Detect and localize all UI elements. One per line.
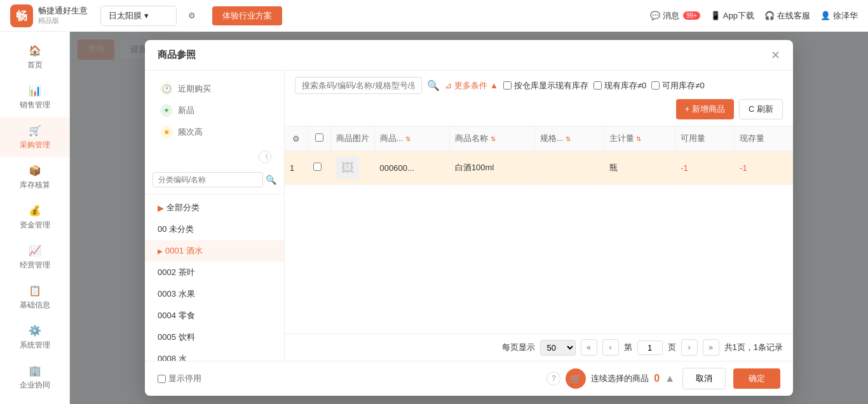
main-layout: 🏠 首页 📊 销售管理 🛒 采购管理 📦 库存核算 💰 资金管理 📈 经营管理 … xyxy=(0,32,868,404)
cat-all-arrow: ▶ xyxy=(158,203,164,213)
refresh-button[interactable]: C 刷新 xyxy=(739,99,783,119)
sidebar-item-enterprise[interactable]: 🏢 企业协同 xyxy=(0,357,69,397)
category-search-icon[interactable]: 🔍 xyxy=(266,175,276,185)
confirm-button[interactable]: 确定 xyxy=(733,368,780,389)
cat-0008[interactable]: 0008 水 xyxy=(145,348,284,361)
cat-0003[interactable]: 0003 水果 xyxy=(145,283,284,305)
modal-overlay: 商品参照 ✕ 🕐 近期购买 ✦ xyxy=(70,32,868,404)
category-search-input[interactable] xyxy=(153,172,263,187)
app-download-item[interactable]: 📱 App下载 xyxy=(710,10,754,22)
first-page-button[interactable]: « xyxy=(581,339,597,356)
sidebar-item-sales[interactable]: 📊 销售管理 xyxy=(0,77,69,117)
checkbox-available-nonzero[interactable]: 可用库存≠0 xyxy=(651,80,704,91)
cat-0005[interactable]: 0005 饮料 xyxy=(145,327,284,348)
help-icon[interactable]: ? xyxy=(546,372,560,386)
select-all-checkbox[interactable] xyxy=(315,133,323,142)
sidebar-item-basic[interactable]: 📋 基础信息 xyxy=(0,277,69,317)
quick-recent[interactable]: 🕐 近期购买 xyxy=(155,78,274,100)
messages-badge: 99+ xyxy=(683,11,700,20)
store-selector[interactable]: 日太阳膜 ▾ xyxy=(100,6,177,26)
cat-0008-label: 0008 水 xyxy=(158,353,187,361)
last-page-button[interactable]: » xyxy=(703,339,719,356)
headset-icon: 🎧 xyxy=(764,11,775,20)
sidebar-item-purchase[interactable]: 🛒 采购管理 xyxy=(0,117,69,157)
row-checkbox-cell[interactable] xyxy=(308,151,330,185)
page-size-select[interactable]: 50 10 20 100 xyxy=(540,340,576,356)
col-unit[interactable]: 主计量 ⇅ xyxy=(604,126,675,151)
freq-icon: ★ xyxy=(160,126,173,138)
cart-section: ? 🛒 连续选择的商品 0 ▲ xyxy=(546,368,675,389)
quick-new[interactable]: ✦ 新品 xyxy=(155,100,274,121)
sales-icon: 📊 xyxy=(28,83,42,97)
search-icon[interactable]: 🔍 xyxy=(427,79,440,91)
chevron-up-button[interactable]: ▲ xyxy=(665,373,675,384)
modal-footer: 显示停用 ? 🛒 连续选择的商品 0 ▲ 取消 确定 xyxy=(145,361,793,396)
sidebar-item-finance[interactable]: 💰 资金管理 xyxy=(0,197,69,237)
sidebar-label-inventory: 库存核算 xyxy=(20,180,50,191)
col-code[interactable]: 商品... ⇅ xyxy=(374,126,449,151)
app-download-label: App下载 xyxy=(723,10,754,22)
trial-button[interactable]: 体验行业方案 xyxy=(212,6,282,25)
add-product-button[interactable]: + 新增商品 xyxy=(676,99,734,119)
sidebar-item-system[interactable]: ⚙️ 系统管理 xyxy=(0,317,69,357)
table-row[interactable]: 1 🖼 000600... 白酒100ml 瓶 xyxy=(285,151,793,185)
sidebar-item-business[interactable]: 📈 经营管理 xyxy=(0,237,69,277)
settings-nav-icon[interactable]: ⚙ xyxy=(182,6,202,26)
cat-0004[interactable]: 0004 零食 xyxy=(145,305,284,327)
checkbox-available-nonzero-input[interactable] xyxy=(651,81,660,90)
col-name[interactable]: 商品名称 ⇅ xyxy=(449,126,534,151)
product-search-input[interactable] xyxy=(295,77,422,94)
row-select-checkbox[interactable] xyxy=(313,163,322,171)
checkbox-available-nonzero-label: 可用库存≠0 xyxy=(662,80,704,91)
content-panel: 🔍 ⊿ 更多条件 ▲ 按仓库显示现有库存 xyxy=(285,71,793,361)
cat-0003-label: 0003 水果 xyxy=(158,288,195,300)
messages-nav-item[interactable]: 💬 消息 99+ xyxy=(650,10,700,22)
col-code-sort: ⇅ xyxy=(405,135,410,142)
checkbox-stock-nonzero-input[interactable] xyxy=(593,81,602,90)
more-conditions-button[interactable]: ⊿ 更多条件 ▲ xyxy=(445,80,498,91)
col-checkbox[interactable] xyxy=(308,126,330,151)
collapse-button[interactable]: 《 xyxy=(259,151,271,163)
total-info: 共1页，1条记录 xyxy=(724,342,783,353)
cart-label: 连续选择的商品 xyxy=(591,373,649,384)
cat-0001[interactable]: ▶ 0001 酒水 xyxy=(145,240,284,262)
home-icon: 🏠 xyxy=(28,43,42,57)
pagination-bar: 每页显示 50 10 20 100 « ‹ 第 页 xyxy=(285,333,793,361)
cancel-button[interactable]: 取消 xyxy=(682,368,726,389)
next-page-button[interactable]: › xyxy=(681,339,698,356)
avatar-icon: 👤 xyxy=(820,11,831,20)
cat-00-label: 00 未分类 xyxy=(158,224,194,235)
quick-recent-label: 近期购买 xyxy=(178,83,211,95)
logo-sub: 精品版 xyxy=(38,16,88,25)
col-spec[interactable]: 规格... ⇅ xyxy=(534,126,604,151)
col-unit-sort: ⇅ xyxy=(636,135,641,142)
show-disabled-input[interactable] xyxy=(158,375,166,383)
checkbox-by-warehouse[interactable]: 按仓库显示现有库存 xyxy=(503,80,588,91)
prev-page-button[interactable]: ‹ xyxy=(602,339,619,356)
cat-all[interactable]: ▶ 全部分类 xyxy=(145,197,284,219)
cat-0002[interactable]: 0002 茶叶 xyxy=(145,262,284,283)
new-icon: ✦ xyxy=(160,104,173,117)
cat-divider xyxy=(145,194,284,194)
quick-freq[interactable]: ★ 频次高 xyxy=(155,121,274,143)
online-service-item[interactable]: 🎧 在线客服 xyxy=(764,10,810,22)
user-profile-item[interactable]: 👤 徐泽华 xyxy=(820,10,858,22)
sidebar-item-inventory[interactable]: 📦 库存核算 xyxy=(0,157,69,197)
action-buttons: + 新增商品 C 刷新 xyxy=(676,99,783,119)
page-size-label: 每页显示 xyxy=(502,342,535,353)
col-settings[interactable]: ⚙ xyxy=(285,126,308,151)
show-disabled-checkbox[interactable]: 显示停用 xyxy=(158,373,201,384)
modal-close-button[interactable]: ✕ xyxy=(771,50,780,61)
logo-area: 畅 畅捷通好生意 精品版 xyxy=(10,4,88,27)
cat-00[interactable]: 00 未分类 xyxy=(145,219,284,240)
sidebar-item-home[interactable]: 🏠 首页 xyxy=(0,37,69,77)
row-code-cell: 000600... xyxy=(374,151,449,185)
sidebar-label-finance: 资金管理 xyxy=(20,220,50,231)
checkbox-stock-nonzero[interactable]: 现有库存≠0 xyxy=(593,80,646,91)
checkbox-by-warehouse-input[interactable] xyxy=(503,81,512,90)
col-img: 商品图片 xyxy=(330,126,374,151)
sidebar-item-guide[interactable]: 🎯 新手引导 xyxy=(0,397,69,404)
logo-text: 畅捷通好生意 xyxy=(38,6,88,17)
page-number-input[interactable] xyxy=(637,340,663,355)
sidebar-label-business: 经营管理 xyxy=(20,260,50,271)
